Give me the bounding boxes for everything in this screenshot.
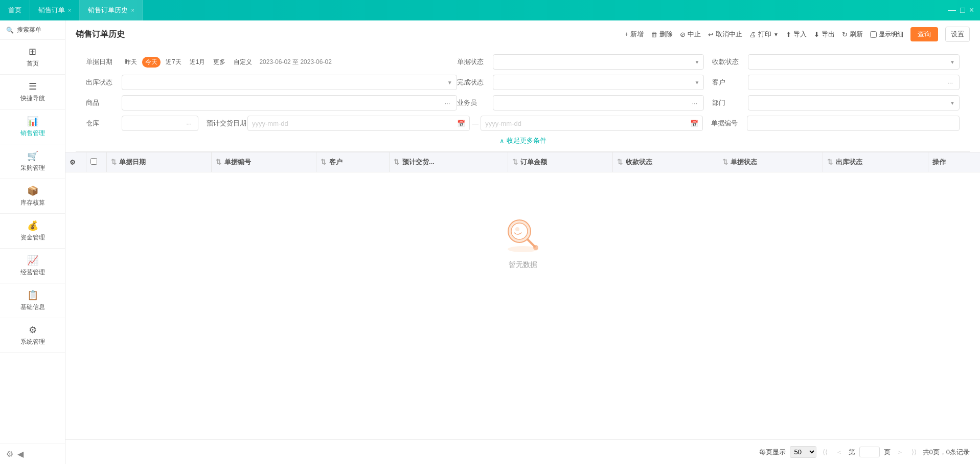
customer-ellipsis[interactable]: ··· — [945, 79, 955, 86]
collapse-arrow-icon: ∧ — [499, 137, 505, 145]
cancel-stop-button[interactable]: ↩ 取消中止 — [708, 30, 742, 39]
settings-button-label: 设置 — [951, 30, 964, 39]
customer-control[interactable]: ··· — [748, 75, 960, 90]
prev-btn[interactable]: ＜ — [834, 447, 845, 458]
product-ellipsis[interactable]: ··· — [443, 99, 452, 107]
query-button[interactable]: 查询 — [910, 27, 938, 41]
receipt-status-label: 收款状态 — [712, 57, 748, 67]
doc-date-col-header: ⇅ 单据日期 — [106, 152, 211, 172]
page-size-select[interactable]: 50 100 200 — [790, 446, 816, 458]
tab-sales-order[interactable]: 销售订单 × — [30, 0, 80, 20]
toolbar: + 新增 🗑 删除 ⊘ 中止 ↩ 取消中止 🖨 — [625, 27, 970, 42]
date-tag-more[interactable]: 更多 — [210, 57, 229, 68]
tab-sales-order-close[interactable]: × — [68, 7, 71, 13]
out-status-control[interactable]: ▼ — [122, 75, 457, 90]
delivery-start-control[interactable]: yyyy-mm-dd 📅 — [247, 116, 470, 131]
date-tag-last1m[interactable]: 近1月 — [187, 57, 209, 68]
minimize-btn[interactable]: — — [948, 6, 956, 15]
import-button[interactable]: ⬆ 导入 — [786, 30, 807, 39]
home-icon: ⊞ — [29, 46, 36, 57]
settings-col-header[interactable]: ⚙ — [65, 152, 86, 172]
page-number-input[interactable]: 1 — [859, 447, 880, 457]
sidebar-item-finance[interactable]: 💰 资金管理 — [0, 214, 65, 249]
sidebar-item-quick-nav[interactable]: ☰ 快捷导航 — [0, 75, 65, 109]
sidebar-search-label: 搜索菜单 — [17, 26, 41, 34]
out-status-label: 出库状态 — [86, 78, 122, 87]
page-number-label: 第 — [849, 448, 855, 457]
display-cols-input[interactable] — [870, 31, 877, 38]
checkbox-col-header[interactable] — [86, 152, 106, 172]
sidebar-item-operation[interactable]: 📈 经营管理 — [0, 249, 65, 283]
date-tag-yesterday[interactable]: 昨天 — [122, 57, 140, 68]
sidebar-search[interactable]: 🔍 搜索菜单 — [0, 20, 65, 40]
table-settings-icon[interactable]: ⚙ — [70, 159, 76, 166]
table-header-row: ⚙ ⇅ 单据日期 ⇅ 单据编号 — [65, 152, 980, 172]
stop-button[interactable]: ⊘ 中止 — [680, 30, 701, 39]
next-btn[interactable]: ＞ — [895, 447, 905, 458]
next-last-btn[interactable]: ⟩⟩ — [909, 447, 919, 457]
delivery-end-control[interactable]: yyyy-mm-dd 📅 — [481, 116, 703, 131]
export-button[interactable]: ⬇ 导出 — [814, 30, 835, 39]
calendar-start-icon[interactable]: 📅 — [457, 120, 465, 127]
inventory-icon: 📦 — [27, 185, 38, 196]
add-button[interactable]: + 新增 — [625, 30, 644, 39]
date-tag-custom[interactable]: 自定义 — [231, 57, 255, 68]
collapse-filter-link[interactable]: ∧ 收起更多条件 — [86, 136, 960, 145]
print-button-label: 打印 — [758, 30, 771, 39]
receipt-status-control[interactable]: ▼ — [748, 54, 960, 70]
empty-state-cell: 暂无数据 — [65, 172, 980, 311]
complete-status-control[interactable]: ▼ — [493, 75, 704, 90]
sidebar-item-sales[interactable]: 📊 销售管理 — [0, 109, 65, 144]
empty-state: 暂无数据 — [65, 172, 980, 311]
sidebar-item-system[interactable]: ⚙ 系统管理 — [0, 318, 65, 353]
page-header: 销售订单历史 + 新增 🗑 删除 ⊘ 中止 ↩ 取消中止 — [65, 20, 980, 152]
maximize-btn[interactable]: □ — [960, 6, 965, 15]
customer-col-header: ⇅ 客户 — [316, 152, 390, 172]
print-icon: 🖨 — [749, 31, 756, 38]
print-button[interactable]: 🖨 打印 ▼ — [749, 30, 779, 39]
sidebar-item-home[interactable]: ⊞ 首页 — [0, 40, 65, 75]
select-all-checkbox[interactable] — [90, 158, 97, 165]
sidebar-item-base[interactable]: 📋 基础信息 — [0, 283, 65, 318]
doc-date-label: 单据日期 — [86, 57, 122, 67]
calendar-end-icon[interactable]: 📅 — [690, 120, 698, 127]
product-control[interactable]: ··· — [122, 95, 457, 111]
tab-sales-order-history[interactable]: 销售订单历史 × — [80, 0, 143, 20]
tab-home[interactable]: 首页 — [0, 0, 30, 20]
sidebar-item-purchase-label: 采购管理 — [20, 164, 45, 172]
empty-text: 暂无数据 — [509, 260, 537, 270]
delete-button[interactable]: 🗑 删除 — [651, 30, 673, 39]
doc-no-control[interactable] — [747, 116, 960, 131]
svg-line-3 — [528, 239, 535, 247]
filter-salesperson: 业务员 ··· — [457, 95, 704, 111]
sidebar-item-system-label: 系统管理 — [20, 338, 45, 346]
doc-status-control[interactable]: ▼ — [493, 54, 704, 70]
filter-doc-status: 单据状态 ▼ — [457, 54, 704, 70]
salesperson-ellipsis[interactable]: ··· — [690, 99, 699, 107]
sidebar-item-inventory[interactable]: 📦 库存核算 — [0, 179, 65, 214]
sidebar-item-purchase[interactable]: 🛒 采购管理 — [0, 144, 65, 179]
filter-out-status: 出库状态 ▼ — [86, 75, 457, 90]
collapse-filter-label: 收起更多条件 — [507, 136, 546, 145]
svg-point-4 — [533, 245, 538, 250]
cancel-stop-button-label: 取消中止 — [716, 30, 742, 39]
display-cols-checkbox[interactable]: 显示明细 — [870, 30, 903, 39]
warehouse-ellipsis[interactable]: ··· — [184, 120, 194, 127]
settings-button[interactable]: 设置 — [945, 27, 970, 42]
sidebar-settings-icon[interactable]: ⚙ — [6, 449, 13, 459]
department-control[interactable]: ▼ — [748, 95, 960, 111]
warehouse-control[interactable]: ··· — [122, 116, 198, 131]
window-controls: — □ × — [942, 6, 980, 15]
salesperson-control[interactable]: ··· — [493, 95, 704, 111]
filter-product: 商品 ··· — [86, 95, 457, 111]
date-tag-last7[interactable]: 近7天 — [163, 57, 185, 68]
refresh-button[interactable]: ↻ 刷新 — [842, 30, 863, 39]
date-tag-today[interactable]: 今天 — [142, 57, 161, 68]
window-close-btn[interactable]: × — [969, 6, 974, 15]
order-amount-col-label: 订单金额 — [520, 158, 547, 166]
filter-row-4: 仓库 ··· 预计交货日期 yyyy-mm-dd 📅 — [86, 116, 960, 131]
tab-sales-order-history-close[interactable]: × — [131, 7, 134, 13]
sidebar-collapse-icon[interactable]: ◀ — [17, 449, 24, 459]
refresh-icon: ↻ — [842, 31, 848, 38]
prev-first-btn[interactable]: ⟨⟨ — [821, 447, 830, 457]
